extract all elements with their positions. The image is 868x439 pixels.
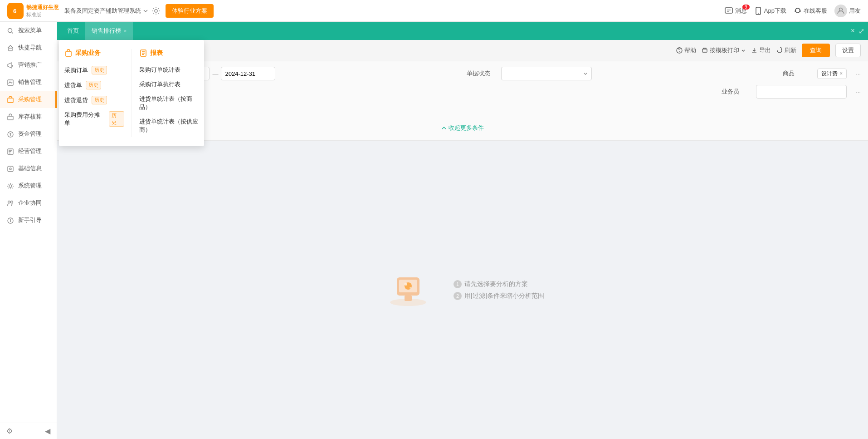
sidebar-item-purchase[interactable]: 采购管理: [0, 91, 57, 108]
query-btn[interactable]: 查询: [802, 44, 830, 57]
tab-close-icon[interactable]: ×: [124, 28, 127, 34]
sidebar-item-guide-label: 新手引导: [18, 216, 42, 224]
sidebar-item-inventory[interactable]: 库存核算: [0, 108, 57, 125]
incoming-order-history-tag: 历史: [86, 81, 101, 89]
svg-point-10: [8, 29, 12, 33]
svg-point-20: [8, 201, 10, 203]
svg-text:6: 6: [13, 8, 16, 15]
print-btn[interactable]: 按模板打印: [702, 46, 746, 54]
set-btn[interactable]: 设置: [835, 44, 861, 57]
goods-more-btn[interactable]: ···: [856, 70, 861, 77]
system-title-btn[interactable]: 装备及固定资产辅助管理系统: [64, 7, 148, 15]
purchase-section-icon: [64, 49, 73, 57]
sidebar-item-basic-info[interactable]: 基础信息: [0, 160, 57, 177]
collapse-btn[interactable]: 收起更多条件: [441, 121, 484, 135]
purchase-order-exec-label: 采购订单执行表: [139, 80, 180, 89]
tab-sales-ranking-label: 销售排行榜: [92, 27, 121, 35]
help-icon: [676, 47, 683, 54]
logo-icon: 6: [7, 3, 24, 19]
tab-sales-ranking[interactable]: 销售排行榜 ×: [85, 22, 133, 40]
goods-tag-close[interactable]: ×: [839, 70, 843, 77]
top-bar: 6 畅捷通好生意 标准版 装备及固定资产辅助管理系统 体验行业方案: [0, 0, 868, 22]
voucher-status-select[interactable]: [501, 67, 592, 80]
svg-rect-24: [702, 49, 707, 52]
operation-icon: [6, 147, 15, 155]
purchase-section-title: 采购业务: [75, 49, 101, 57]
cost-allocation-item[interactable]: 采购费用分摊单 历史: [64, 108, 124, 130]
purchase-order-exec-item[interactable]: 采购订单执行表: [139, 77, 199, 92]
report-section-icon: [139, 49, 147, 57]
message-icon: [724, 6, 733, 15]
incoming-stats-supplier-item[interactable]: 进货单统计表（按供应商）: [139, 114, 199, 137]
guide-icon: [6, 216, 15, 224]
incoming-stats-goods-item[interactable]: 进货单统计表（按商品）: [139, 92, 199, 114]
marketing-icon: [6, 61, 15, 69]
sidebar-item-quick-nav[interactable]: 快捷导航: [0, 39, 57, 56]
incoming-order-item[interactable]: 进货单 历史: [64, 78, 124, 93]
voucher-status-chevron-icon: [583, 71, 588, 76]
purchase-order-item[interactable]: 采购订单 历史: [64, 63, 124, 78]
sidebar-item-inventory-label: 库存核算: [18, 113, 42, 121]
svg-rect-14: [8, 116, 13, 120]
svg-rect-12: [8, 80, 13, 85]
salesperson-more-btn[interactable]: ···: [856, 89, 861, 95]
sidebar-item-finance[interactable]: 资金管理: [0, 125, 57, 143]
date-end-input[interactable]: [221, 67, 275, 80]
sidebar-item-basic-info-label: 基础信息: [18, 164, 42, 173]
sidebar-item-sales[interactable]: 销售管理: [0, 74, 57, 91]
return-order-history-tag: 历史: [92, 96, 107, 104]
sidebar-item-enterprise[interactable]: 企业协同: [0, 194, 57, 212]
gear-icon: [152, 7, 160, 15]
user-btn[interactable]: 用友: [834, 5, 861, 17]
print-icon: [702, 47, 708, 54]
goods-label: 商品: [783, 69, 810, 78]
message-badge: 9: [742, 5, 750, 10]
purchase-order-label: 采购订单: [64, 66, 88, 74]
tab-resize-btn[interactable]: ⤢: [858, 27, 864, 35]
sidebar-item-search[interactable]: 搜索菜单: [0, 22, 57, 39]
industry-btn[interactable]: 体验行业方案: [166, 4, 214, 18]
tip-text-1: 请先选择要分析的方案: [464, 280, 528, 288]
sidebar-item-system[interactable]: 系统管理: [0, 177, 57, 194]
sidebar-item-operation-label: 经营管理: [18, 147, 42, 155]
refresh-btn[interactable]: 刷新: [776, 46, 796, 54]
messages-btn[interactable]: 9 消息: [724, 6, 747, 15]
gear-icon-btn[interactable]: [152, 7, 160, 15]
svg-point-23: [677, 48, 682, 53]
sidebar-item-purchase-label: 采购管理: [18, 95, 42, 104]
online-service-label: 在线客服: [804, 7, 827, 15]
app-download-btn[interactable]: App下载: [754, 7, 786, 15]
tabs-bar-right: × ⤢: [851, 27, 864, 35]
tab-close-btn[interactable]: ×: [851, 27, 855, 35]
export-btn[interactable]: 导出: [751, 46, 771, 54]
sidebar-collapse-icon[interactable]: ◀: [45, 427, 50, 435]
top-bar-right: 9 消息 App下载 在线客服: [724, 5, 861, 17]
online-service-btn[interactable]: 在线客服: [794, 7, 827, 15]
date-separator: —: [212, 70, 218, 77]
tab-home[interactable]: 首页: [61, 22, 85, 40]
sidebar-item-quick-nav-label: 快捷导航: [18, 44, 42, 52]
help-btn[interactable]: 帮助: [676, 46, 696, 54]
empty-tip-2: 2 用[过滤]条件来缩小分析范围: [454, 292, 544, 300]
sidebar-item-enterprise-label: 企业协同: [18, 199, 42, 207]
salesperson-select[interactable]: [756, 85, 847, 99]
sidebar-item-marketing-label: 营销推广: [18, 61, 42, 69]
empty-illustration: [381, 264, 435, 309]
purchase-icon: [6, 95, 15, 104]
logo-area: 6 畅捷通好生意 标准版: [7, 3, 64, 19]
sidebar-item-marketing[interactable]: 营销推广: [0, 56, 57, 74]
sidebar-item-guide[interactable]: 新手引导: [0, 212, 57, 229]
purchase-col-title: 采购业务: [64, 49, 124, 59]
sidebar-settings-icon[interactable]: ⚙: [6, 427, 13, 435]
refresh-icon: [776, 47, 783, 54]
return-order-label: 进货退货: [64, 96, 88, 104]
basic-info-icon: [6, 164, 15, 173]
finance-icon: [6, 130, 15, 138]
chevron-down-icon: [143, 8, 148, 14]
sidebar-item-operation[interactable]: 经营管理: [0, 143, 57, 160]
purchase-order-stats-item[interactable]: 采购订单统计表: [139, 63, 199, 77]
return-order-item[interactable]: 进货退货 历史: [64, 93, 124, 108]
incoming-stats-supplier-label: 进货单统计表（按供应商）: [139, 118, 199, 134]
svg-rect-13: [8, 98, 13, 103]
inventory-icon: [6, 113, 15, 121]
